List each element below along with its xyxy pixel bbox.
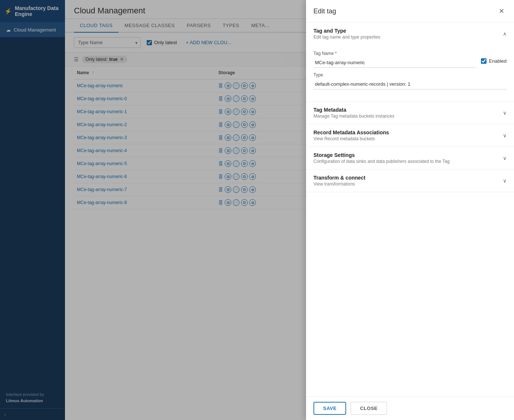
enabled-checkbox[interactable] [481, 58, 487, 64]
edit-panel-close-x-button[interactable]: ✕ [496, 6, 507, 16]
form-row-tag-name: Tag Name * Enabled [313, 51, 507, 68]
accordion-section-tag-metadata: Tag Metadata Manage Tag metadata buckets… [306, 102, 514, 124]
tag-name-label: Tag Name * [313, 51, 476, 56]
tag-name-input[interactable] [313, 58, 476, 68]
accordion-header-transform-connect[interactable]: Transform & connect View transformations… [306, 170, 514, 192]
edit-panel-body: Tag and Type Edit tag name and type prop… [306, 23, 514, 396]
form-group-tag-name: Tag Name * [313, 51, 476, 68]
accordion-subheading-tag-metadata: Manage Tag metadata buckets instances [313, 114, 394, 119]
save-button[interactable]: SAVE [313, 402, 346, 415]
accordion-content-tag-and-type: Tag Name * Enabled Type [306, 45, 514, 101]
accordion-heading-tag-metadata: Tag Metadata [313, 107, 394, 113]
accordion-header-record-metadata[interactable]: Record Metadata Associations View Record… [306, 124, 514, 147]
accordion-header-transform-connect-left: Transform & connect View transformations [313, 175, 365, 187]
accordion-subheading-transform-connect: View transformations [313, 181, 365, 187]
accordion-chevron-storage-settings: ∨ [503, 155, 507, 161]
accordion-heading-transform-connect: Transform & connect [313, 175, 365, 181]
accordion-header-storage-settings[interactable]: Storage Settings Configuration of data s… [306, 147, 514, 169]
accordion-section-transform-connect: Transform & connect View transformations… [306, 170, 514, 192]
accordion-header-tag-and-type-left: Tag and Type Edit tag name and type prop… [313, 28, 380, 40]
accordion-section-tag-and-type: Tag and Type Edit tag name and type prop… [306, 23, 514, 102]
accordion-subheading-tag-and-type: Edit tag name and type properties [313, 35, 380, 40]
accordion-subheading-storage-settings: Configuration of data sinks and data pub… [313, 159, 450, 164]
accordion-heading-tag-and-type: Tag and Type [313, 28, 380, 34]
accordion-header-record-metadata-left: Record Metadata Associations View Record… [313, 129, 389, 141]
accordion-header-tag-metadata-left: Tag Metadata Manage Tag metadata buckets… [313, 107, 394, 119]
accordion-heading-record-metadata: Record Metadata Associations [313, 129, 389, 135]
accordion-header-storage-settings-left: Storage Settings Configuration of data s… [313, 152, 450, 164]
type-label: Type [313, 72, 507, 78]
edit-panel: Edit tag ✕ Tag and Type Edit tag name an… [306, 0, 514, 420]
edit-panel-title: Edit tag [313, 7, 336, 15]
accordion-heading-storage-settings: Storage Settings [313, 152, 450, 158]
enabled-checkbox-group: Enabled [481, 51, 507, 64]
accordion-chevron-record-metadata: ∨ [503, 132, 507, 138]
type-input[interactable] [313, 79, 507, 89]
close-button[interactable]: CLOSE [351, 402, 387, 415]
accordion-chevron-tag-and-type: ∧ [503, 31, 507, 37]
accordion-header-tag-and-type[interactable]: Tag and Type Edit tag name and type prop… [306, 23, 514, 45]
form-group-type: Type [313, 72, 507, 89]
accordion-subheading-record-metadata: View Record metadata buckets [313, 136, 389, 141]
accordion-chevron-transform-connect: ∨ [503, 178, 507, 184]
edit-panel-footer: SAVE CLOSE [306, 396, 514, 420]
accordion-section-storage-settings: Storage Settings Configuration of data s… [306, 147, 514, 170]
accordion-section-record-metadata: Record Metadata Associations View Record… [306, 124, 514, 147]
accordion-header-tag-metadata[interactable]: Tag Metadata Manage Tag metadata buckets… [306, 102, 514, 124]
accordion-chevron-tag-metadata: ∨ [503, 110, 507, 116]
edit-panel-header: Edit tag ✕ [306, 0, 514, 23]
enabled-label: Enabled [489, 58, 507, 64]
form-row-type: Type [313, 72, 507, 89]
